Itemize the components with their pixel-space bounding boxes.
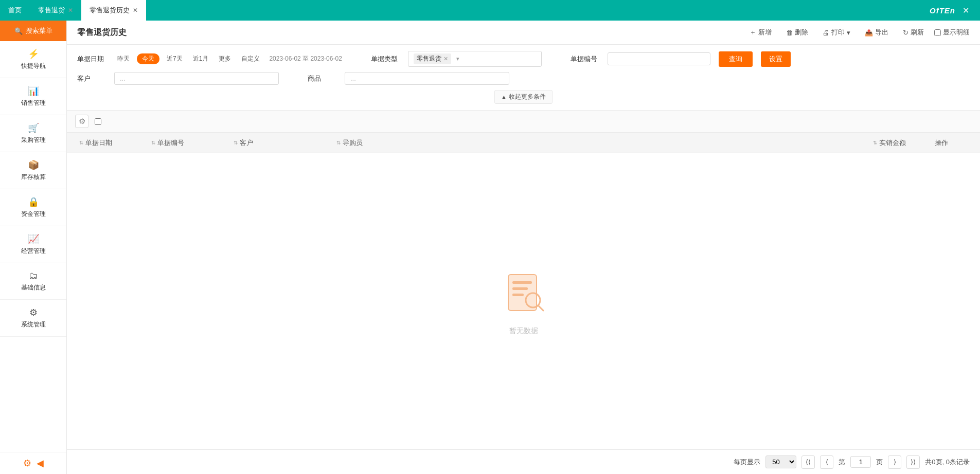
sidebar-item-label-system: 系统管理	[21, 320, 46, 329]
sidebar-search[interactable]: 🔍 搜索菜单	[0, 21, 66, 41]
voucher-no-input[interactable]	[608, 52, 710, 65]
date-btn-custom[interactable]: 自定义	[238, 53, 263, 64]
header-actions: ＋ 新增 🗑 删除 🖨 打印 ▾ 📤 导出 ↻ 刷	[745, 26, 970, 39]
query-button[interactable]: 查询	[719, 51, 753, 67]
svg-rect-3	[512, 294, 524, 296]
operations-icon: 📈	[28, 233, 39, 245]
date-btn-today[interactable]: 今天	[137, 53, 159, 64]
sidebar-item-inventory[interactable]: 📦 库存核算	[0, 152, 66, 189]
svg-rect-1	[512, 281, 532, 284]
svg-line-5	[538, 305, 543, 311]
th-action: 操作	[931, 138, 972, 148]
print-button[interactable]: 🖨 打印 ▾	[818, 26, 854, 39]
sidebar-item-basic-info[interactable]: 🗂 基础信息	[0, 263, 66, 300]
goods-input[interactable]: ...	[345, 72, 509, 85]
sales-mgmt-icon: 📊	[28, 85, 39, 97]
sidebar-item-finance[interactable]: 🔒 资金管理	[0, 189, 66, 226]
sidebar-item-operations[interactable]: 📈 经营管理	[0, 226, 66, 263]
print-dropdown-icon: ▾	[847, 29, 850, 37]
voucher-type-label: 单据类型	[371, 54, 400, 64]
th-guide[interactable]: ⇅ 导购员	[332, 138, 404, 148]
date-range-display: 2023-06-02 至 2023-06-02	[269, 54, 342, 63]
delete-label: 删除	[795, 28, 808, 37]
current-page-label: 第	[839, 458, 845, 467]
date-btn-1month[interactable]: 近1月	[190, 53, 212, 64]
next-page-button[interactable]: ⟩	[888, 455, 901, 469]
purchase-mgmt-icon: 🛒	[28, 122, 39, 134]
total-label: 共0页, 0条记录	[925, 458, 970, 467]
th-customer[interactable]: ⇅ 客户	[229, 138, 332, 148]
th-no-label: 单据编号	[157, 138, 184, 148]
setting-button[interactable]: 设置	[761, 51, 791, 67]
collapse-more-button[interactable]: ▲ 收起更多条件	[494, 90, 553, 104]
quick-nav-icon: ⚡	[28, 48, 39, 60]
date-btn-yesterday[interactable]: 昨天	[114, 53, 133, 64]
new-button[interactable]: ＋ 新增	[745, 26, 776, 39]
sidebar-item-label-basic-info: 基础信息	[21, 283, 46, 292]
tab-home[interactable]: 首页	[0, 0, 30, 21]
export-label: 导出	[875, 28, 888, 37]
date-filter-label: 单据日期	[77, 54, 106, 64]
delete-button[interactable]: 🗑 删除	[782, 26, 812, 39]
last-page-button[interactable]: ⟩⟩	[906, 455, 920, 469]
date-filters: 昨天 今天 近7天 近1月 更多 自定义 2023-06-02 至 2023-0…	[114, 53, 342, 64]
refresh-label: 刷新	[911, 28, 924, 37]
empty-state-icon	[498, 267, 549, 318]
top-bar: 首页 零售退货 ✕ 零售退货历史 ✕ OfTEn ✕	[0, 0, 980, 21]
system-icon: ⚙	[29, 307, 38, 318]
topbar-right: OfTEn ✕	[930, 4, 980, 16]
sidebar-item-sales-mgmt[interactable]: 📊 销售管理	[0, 78, 66, 115]
tab-retail-return[interactable]: 零售退货 ✕	[30, 0, 81, 21]
th-customer-label: 客户	[240, 138, 253, 148]
sidebar-item-label-quick-nav: 快捷导航	[21, 62, 46, 70]
refresh-icon: ↻	[903, 29, 908, 37]
tab-retail-return-history-close[interactable]: ✕	[133, 7, 138, 14]
select-all-checkbox[interactable]	[95, 118, 101, 125]
customer-input[interactable]: ...	[114, 72, 279, 85]
voucher-type-dropdown-arrow: ▾	[456, 56, 459, 62]
settings-bottom-icon[interactable]: ⚙	[23, 458, 31, 469]
pagination-bar: 每页显示 50 20 100 200 ⟨⟨ ⟨ 第 页 ⟩ ⟩⟩ 共0页, 0条…	[67, 449, 980, 474]
th-amount-label: 实销金额	[879, 138, 906, 148]
sidebar-item-purchase-mgmt[interactable]: 🛒 采购管理	[0, 115, 66, 152]
new-label: 新增	[758, 28, 772, 37]
collapse-icon: ▲	[501, 94, 507, 101]
collapse-sidebar-icon[interactable]: ◀	[37, 458, 44, 469]
page-size-label: 每页显示	[734, 458, 760, 467]
show-detail-checkbox-label[interactable]: 显示明细	[934, 28, 970, 37]
export-button[interactable]: 📤 导出	[861, 26, 893, 39]
new-icon: ＋	[750, 28, 756, 37]
voucher-type-input[interactable]: 零售退货 ✕ ▾	[408, 51, 542, 67]
th-no-sort-icon: ⇅	[151, 140, 155, 145]
tab-retail-return-close[interactable]: ✕	[68, 7, 73, 14]
show-detail-checkbox[interactable]	[934, 29, 941, 36]
th-date[interactable]: ⇅ 单据日期	[75, 138, 147, 148]
window-close-button[interactable]: ✕	[959, 4, 972, 16]
date-btn-7days[interactable]: 近7天	[164, 53, 186, 64]
voucher-type-tag-close[interactable]: ✕	[443, 56, 448, 62]
th-no[interactable]: ⇅ 单据编号	[147, 138, 229, 148]
voucher-no-label: 单据编号	[571, 54, 599, 64]
page-number-input[interactable]	[850, 456, 871, 468]
date-btn-more[interactable]: 更多	[216, 53, 234, 64]
tab-retail-return-history[interactable]: 零售退货历史 ✕	[81, 0, 146, 21]
sidebar-item-system[interactable]: ⚙ 系统管理	[0, 300, 66, 337]
goods-filter-label: 商品	[308, 74, 336, 83]
sidebar-item-label-sales-mgmt: 销售管理	[21, 99, 46, 107]
main-layout: 🔍 搜索菜单 ⚡ 快捷导航 📊 销售管理 🛒 采购管理 📦 库存核算 🔒 资金管…	[0, 21, 980, 474]
page-size-select[interactable]: 50 20 100 200	[765, 455, 796, 468]
content-area: 零售退货历史 ＋ 新增 🗑 删除 🖨 打印 ▾ 📤 导出	[67, 21, 980, 474]
show-detail-label: 显示明细	[943, 28, 970, 37]
th-guide-label: 导购员	[343, 138, 363, 148]
customer-filter-label: 客户	[77, 74, 106, 83]
svg-rect-2	[512, 287, 528, 290]
table-settings-icon[interactable]: ⚙	[75, 115, 88, 128]
customer-placeholder: ...	[120, 75, 126, 82]
first-page-button[interactable]: ⟨⟨	[801, 455, 815, 469]
th-action-label: 操作	[935, 138, 948, 148]
th-amount[interactable]: ⇅ 实销金额	[869, 138, 931, 148]
prev-page-button[interactable]: ⟨	[820, 455, 833, 469]
refresh-button[interactable]: ↻ 刷新	[899, 26, 928, 39]
sidebar-item-quick-nav[interactable]: ⚡ 快捷导航	[0, 41, 66, 78]
collapse-label: 收起更多条件	[509, 93, 546, 101]
